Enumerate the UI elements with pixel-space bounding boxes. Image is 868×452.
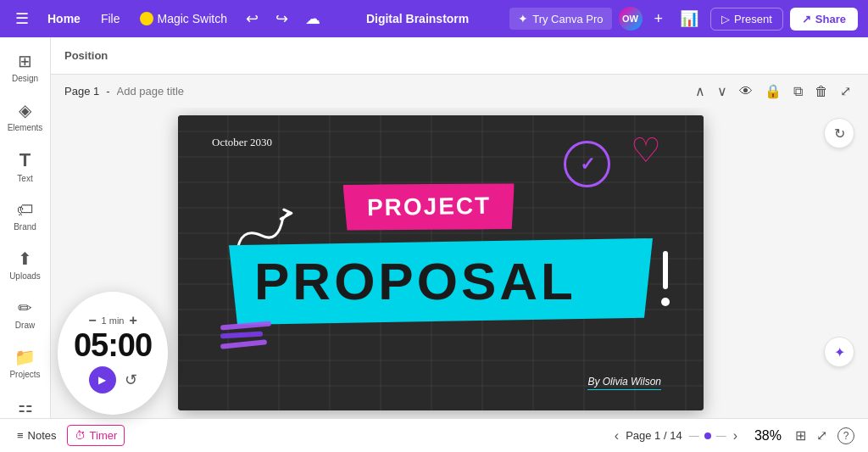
- try-canva-label: Try Canva Pro: [532, 13, 603, 25]
- svg-rect-0: [663, 251, 668, 289]
- slide-date: October 2030: [212, 136, 272, 149]
- present-btn[interactable]: ▷ Present: [710, 8, 783, 31]
- timer-controls-bottom: ▶ ↺: [89, 366, 137, 393]
- cloud-icon: ☁: [305, 9, 320, 28]
- doodle-heart: ♡: [631, 131, 661, 170]
- text-icon: T: [19, 149, 31, 171]
- present-label: Present: [734, 13, 772, 25]
- expand-btn[interactable]: ⤢: [837, 81, 854, 101]
- sidebar-item-elements[interactable]: ◈ Elements: [3, 93, 47, 139]
- magic-switch-label: Magic Switch: [157, 12, 226, 25]
- timer-btn[interactable]: ⏱ Timer: [67, 425, 125, 446]
- sidebar-item-apps[interactable]: ⚏ Apps: [3, 389, 47, 418]
- undo-icon: ↩: [246, 9, 259, 28]
- timer-widget: − 1 min + 05:00 ▶ ↺: [58, 292, 168, 415]
- project-banner: PROJECT: [343, 181, 515, 232]
- magic-fab-btn[interactable]: ✦: [824, 337, 854, 367]
- magic-wand-icon: ✦: [834, 344, 845, 360]
- prev-page-btn[interactable]: ‹: [615, 428, 619, 444]
- canvas-toolbar: Position: [51, 37, 868, 75]
- zoom-level: 38%: [754, 428, 782, 444]
- design-icon: ⊞: [18, 51, 32, 71]
- lock-btn[interactable]: 🔒: [761, 81, 785, 101]
- file-nav-btn[interactable]: File: [94, 8, 127, 29]
- lock-icon: 🔒: [765, 84, 782, 98]
- hamburger-menu[interactable]: ☰: [10, 6, 34, 31]
- timer-play-btn[interactable]: ▶: [89, 366, 116, 393]
- sidebar-item-brand[interactable]: 🏷 Brand: [3, 193, 47, 238]
- sidebar-item-design[interactable]: ⊞ Design: [3, 44, 47, 90]
- timer-clock-icon: ⏱: [75, 429, 86, 442]
- crown-icon: ✦: [518, 12, 528, 25]
- duplicate-icon: ⧉: [793, 84, 803, 98]
- slide-canvas[interactable]: October 2030 ✓ ♡ PROJECT: [178, 115, 704, 410]
- sidebar-item-uploads[interactable]: ⬆ Uploads: [3, 242, 47, 287]
- notes-icon: ≡: [17, 429, 24, 442]
- proposal-banner: PROPOSAL: [229, 238, 653, 325]
- add-user-btn[interactable]: +: [649, 7, 669, 31]
- expand-icon: ⤢: [840, 84, 851, 98]
- share-btn[interactable]: ↗ Share: [790, 8, 858, 31]
- duplicate-btn[interactable]: ⧉: [790, 81, 806, 101]
- page-info: Page 1 / 14: [626, 429, 682, 442]
- play-icon: ▶: [98, 374, 106, 386]
- page-header: Page 1 - ∧ ∨ 👁 🔒 ⧉ 🗑 ⤢: [51, 75, 868, 108]
- timer-reset-btn[interactable]: ↺: [125, 366, 137, 393]
- chevron-down-btn[interactable]: ∨: [714, 81, 731, 101]
- page-separator: -: [106, 85, 109, 98]
- page-number-label: Page 1: [64, 85, 99, 98]
- try-canva-pro-btn[interactable]: ✦ Try Canva Pro: [509, 8, 611, 30]
- help-btn[interactable]: ?: [834, 424, 858, 448]
- cloud-save-btn[interactable]: ☁: [300, 6, 326, 31]
- share-icon: ↗: [802, 13, 811, 25]
- analytics-btn[interactable]: 📊: [675, 6, 704, 31]
- timer-unit-label: 1 min: [102, 315, 125, 326]
- timer-plus-btn[interactable]: +: [129, 313, 136, 328]
- page-title-input[interactable]: [117, 85, 259, 98]
- text-label: Text: [17, 174, 32, 183]
- timer-display: 05:00: [74, 328, 152, 364]
- help-icon: ?: [837, 427, 854, 444]
- redo-btn[interactable]: ↪: [270, 6, 293, 31]
- uploads-label: Uploads: [9, 271, 41, 281]
- elements-icon: ◈: [19, 100, 31, 120]
- page-header-icons: ∧ ∨ 👁 🔒 ⧉ 🗑 ⤢: [692, 81, 854, 101]
- elements-label: Elements: [8, 123, 43, 132]
- refresh-btn[interactable]: ↻: [824, 118, 854, 148]
- eye-visibility-btn[interactable]: 👁: [736, 81, 756, 101]
- doodle-exclamation: [657, 251, 674, 317]
- hamburger-icon: ☰: [15, 9, 29, 28]
- share-label: Share: [815, 13, 846, 25]
- grid-icon: ⊞: [795, 428, 806, 443]
- notes-btn[interactable]: ≡ Notes: [10, 426, 64, 445]
- trash-icon: 🗑: [815, 84, 828, 98]
- notes-label: Notes: [28, 429, 57, 442]
- brush-strokes: [220, 323, 271, 351]
- project-text: PROJECT: [367, 193, 492, 221]
- document-title: Digital Brainstorm: [366, 12, 469, 25]
- projects-icon: 📁: [14, 347, 36, 367]
- bottom-bar: ≡ Notes ⏱ Timer ‹ Page 1 / 14 — — › 38% …: [0, 418, 868, 452]
- avatar[interactable]: OW: [619, 7, 643, 31]
- sidebar-item-draw[interactable]: ✏ Draw: [3, 291, 47, 337]
- fullscreen-icon: ⤢: [816, 428, 827, 443]
- chevron-up-btn[interactable]: ∧: [692, 81, 709, 101]
- grid-view-btn[interactable]: ⊞: [792, 424, 810, 447]
- proposal-text: PROPOSAL: [254, 252, 576, 310]
- timer-minus-btn[interactable]: −: [88, 313, 96, 328]
- page-navigation: ‹ Page 1 / 14 — — ›: [615, 428, 737, 444]
- timer-btn-label: Timer: [90, 429, 118, 442]
- fullscreen-btn[interactable]: ⤢: [813, 424, 831, 447]
- timer-controls-top: − 1 min +: [88, 313, 137, 328]
- magic-switch-btn[interactable]: Magic Switch: [133, 8, 233, 29]
- sidebar-item-projects[interactable]: 📁 Projects: [3, 340, 47, 386]
- projects-label: Projects: [9, 370, 40, 379]
- undo-btn[interactable]: ↩: [241, 6, 264, 31]
- sidebar-item-text[interactable]: T Text: [3, 142, 47, 190]
- delete-page-btn[interactable]: 🗑: [811, 81, 832, 101]
- left-sidebar: ⊞ Design ◈ Elements T Text 🏷 Brand ⬆ Upl…: [0, 37, 51, 418]
- next-page-btn[interactable]: ›: [733, 428, 737, 444]
- canvas-area: Position Page 1 - ∧ ∨ 👁 🔒 ⧉ 🗑: [51, 37, 868, 418]
- home-nav-btn[interactable]: Home: [41, 8, 87, 29]
- redo-icon: ↪: [275, 9, 288, 28]
